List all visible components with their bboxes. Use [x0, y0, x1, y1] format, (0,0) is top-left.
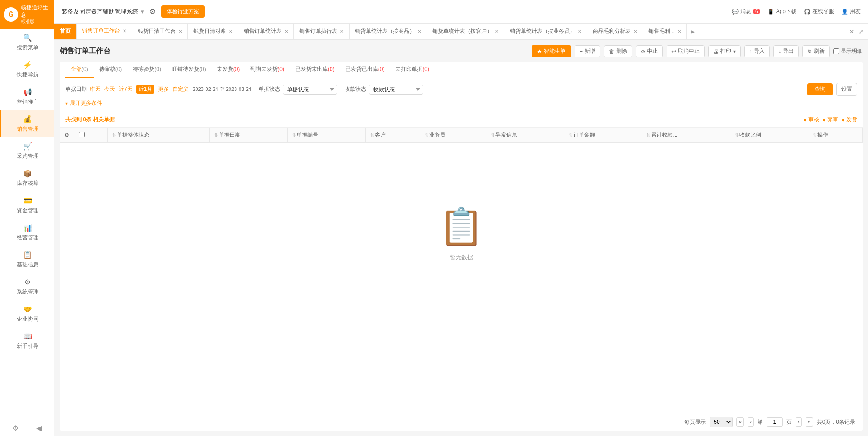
sub-tab-已发货未出库[interactable]: 已发货未出库(0) [290, 62, 340, 78]
sort-asc-icon[interactable]: ⇅ [370, 133, 374, 137]
refresh-btn[interactable]: ↻ 刷新 [802, 45, 830, 57]
tab-scroll-right[interactable]: ▶ [687, 28, 698, 35]
date-btn-昨天[interactable]: 昨天 [90, 85, 101, 93]
message-item[interactable]: 💬 消息 6 [732, 8, 760, 15]
tab-钱货日清工作台[interactable]: 钱货日清工作台✕ [132, 24, 188, 40]
table-scroll[interactable]: ⚙ ⇅单据整体状态⇅单据日期⇅单据编号⇅客户⇅业务员⇅异常信息⇅订单金额⇅累计收… [60, 128, 863, 413]
settings-col-icon[interactable]: ⚙ [64, 132, 69, 138]
stop-btn[interactable]: ⊘ 中止 [636, 45, 663, 57]
sidebar-item-guide[interactable]: 📖新手引导 [0, 327, 54, 355]
sidebar-item-system[interactable]: ⚙系统管理 [0, 273, 54, 300]
tab-close-all-icon[interactable]: ✕ [848, 27, 855, 36]
collapse-sidebar-icon[interactable]: ◀ [36, 424, 42, 432]
sub-tab-未发货[interactable]: 未发货(0) [211, 62, 245, 78]
tab-label: 销售订单工作台 [82, 27, 120, 35]
review-toolbar-btn[interactable]: ● 审核 [803, 116, 819, 123]
sidebar-item-marketing[interactable]: 📢营销推广 [0, 83, 54, 110]
tab-销货单统计表（按业务[interactable]: 销货单统计表（按业务员）✕ [504, 24, 587, 40]
tab-商品毛利分析表[interactable]: 商品毛利分析表✕ [587, 24, 643, 40]
tab-close-icon[interactable]: ✕ [578, 29, 581, 34]
sort-asc-icon[interactable]: ⇅ [491, 133, 494, 137]
experience-btn[interactable]: 体验行业方案 [161, 5, 205, 18]
sidebar-item-inventory[interactable]: 📦库存核算 [0, 165, 54, 192]
sort-asc-icon[interactable]: ⇅ [112, 133, 116, 137]
sort-asc-icon[interactable]: ⇅ [813, 133, 816, 137]
page-input[interactable] [767, 417, 783, 427]
query-btn[interactable]: 查询 [807, 83, 833, 95]
tab-首页[interactable]: 首页 [54, 24, 77, 40]
filter-settings-btn[interactable]: 设置 [836, 83, 857, 96]
sort-asc-icon[interactable]: ⇅ [425, 133, 428, 137]
date-btn-更多[interactable]: 更多 [158, 85, 169, 93]
next-page-btn[interactable]: › [796, 417, 802, 427]
tab-销售订单工作台[interactable]: 销售订单工作台✕ [77, 24, 132, 40]
tab-close-icon[interactable]: ✕ [495, 29, 499, 34]
sidebar-item-search[interactable]: 🔍搜索菜单 [0, 29, 54, 56]
date-btn-今天[interactable]: 今天 [104, 85, 115, 93]
topbar-settings-icon[interactable]: ⚙ [149, 7, 156, 16]
sort-asc-icon[interactable]: ⇅ [292, 133, 296, 137]
sort-asc-icon[interactable]: ⇅ [735, 133, 739, 137]
sub-tab-已发货已出库[interactable]: 已发货已出库(0) [340, 62, 390, 78]
sidebar-item-basic[interactable]: 📋基础信息 [0, 246, 54, 273]
tab-销售订单统计表[interactable]: 销售订单统计表✕ [238, 24, 294, 40]
sort-asc-icon[interactable]: ⇅ [647, 133, 650, 137]
tab-close-icon[interactable]: ✕ [284, 29, 288, 34]
import-btn[interactable]: ↑ 导入 [744, 45, 770, 57]
app-download-item[interactable]: 📱 App下载 [767, 8, 796, 15]
sub-tab-未打印单据[interactable]: 未打印单据(0) [390, 62, 435, 78]
sidebar-item-quick[interactable]: ⚡快捷导航 [0, 56, 54, 83]
tab-close-icon[interactable]: ✕ [417, 29, 421, 34]
sidebar-item-operation[interactable]: 📊经营管理 [0, 219, 54, 246]
topbar-dropdown-arrow[interactable]: ▾ [141, 8, 144, 15]
smart-order-btn[interactable]: ★ 智能生单 [532, 45, 571, 57]
tab-close-icon[interactable]: ✕ [229, 29, 232, 34]
settings-footer-icon[interactable]: ⚙ [12, 424, 19, 432]
tab-close-icon[interactable]: ✕ [340, 29, 344, 34]
tab-close-icon[interactable]: ✕ [123, 28, 126, 33]
prev-page-btn[interactable]: ‹ [748, 417, 754, 427]
cancel-review-toolbar-btn[interactable]: ● 弃审 [823, 116, 838, 123]
expand-filter-btn[interactable]: ▾ 展开更多条件 [65, 100, 857, 107]
export-btn[interactable]: ↓ 导出 [773, 45, 799, 57]
tab-销货单统计表（按客户[interactable]: 销货单统计表（按客户）✕ [427, 24, 504, 40]
last-page-btn[interactable]: » [806, 417, 813, 427]
sidebar-item-finance[interactable]: 💳资金管理 [0, 192, 54, 219]
cancel-stop-btn[interactable]: ↩ 取消中止 [667, 45, 705, 57]
status-select[interactable]: 单据状态 [283, 85, 337, 95]
ship-toolbar-btn[interactable]: ● 发货 [842, 116, 857, 123]
sidebar-item-purchase[interactable]: 🛒采购管理 [0, 137, 54, 165]
payment-select[interactable]: 收款状态 [369, 85, 423, 95]
print-btn[interactable]: 🖨 打印 ▾ [708, 45, 741, 57]
sidebar-item-sales[interactable]: 💰销售管理 [0, 110, 54, 137]
show-detail-checkbox[interactable]: 显示明细 [833, 47, 863, 55]
select-all-checkbox[interactable] [79, 132, 85, 137]
tab-maximize-icon[interactable]: ⤢ [857, 27, 864, 36]
user-item[interactable]: 👤 用友 [841, 8, 861, 15]
add-btn[interactable]: + 新增 [575, 45, 600, 57]
sort-asc-icon[interactable]: ⇅ [569, 133, 572, 137]
sidebar-item-corp[interactable]: 🤝企业协同 [0, 300, 54, 327]
sub-tab-待审核[interactable]: 待审核(0) [94, 62, 128, 78]
nav-icon-corp: 🤝 [23, 305, 32, 313]
tab-销售毛利...[interactable]: 销售毛利...✕ [643, 24, 687, 40]
sub-tab-到期未发货[interactable]: 到期未发货(0) [245, 62, 290, 78]
sub-tab-全部[interactable]: 全部(0) [65, 62, 94, 78]
sub-tab-旺铺待发货[interactable]: 旺铺待发货(0) [167, 62, 211, 78]
date-btn-近7天[interactable]: 近7天 [119, 85, 133, 93]
tab-close-icon[interactable]: ✕ [178, 29, 182, 34]
tab-销货单统计表（按商品[interactable]: 销货单统计表（按商品）✕ [350, 24, 427, 40]
sub-tab-待拣验货[interactable]: 待拣验货(0) [127, 62, 167, 78]
online-service-item[interactable]: 🎧 在线客服 [804, 8, 834, 15]
first-page-btn[interactable]: « [736, 417, 744, 427]
sort-asc-icon[interactable]: ⇅ [214, 133, 218, 137]
date-btn-近1月[interactable]: 近1月 [136, 85, 155, 94]
tab-close-icon[interactable]: ✕ [677, 29, 681, 34]
tab-销售订单执行表[interactable]: 销售订单执行表✕ [294, 24, 350, 40]
delete-btn[interactable]: 🗑 删除 [604, 45, 632, 57]
tab-close-icon[interactable]: ✕ [633, 29, 637, 34]
tab-钱货日清对账[interactable]: 钱货日清对账✕ [188, 24, 238, 40]
per-page-select[interactable]: 102050100 [710, 417, 733, 427]
date-btn-自定义[interactable]: 自定义 [173, 85, 189, 93]
show-detail-input[interactable] [833, 48, 839, 54]
